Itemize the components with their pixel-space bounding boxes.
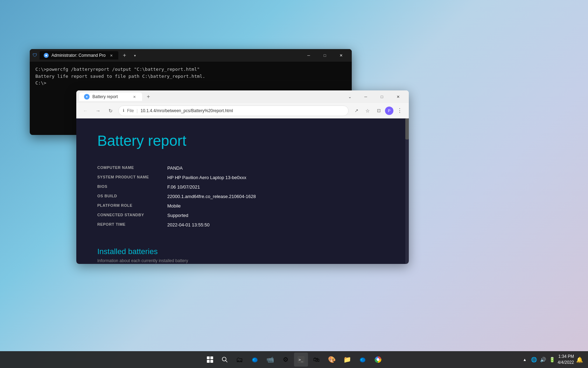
edge-browser-button[interactable]	[248, 353, 262, 367]
shield-icon: 🛡	[33, 53, 38, 58]
table-row: PLATFORM ROLE Mobile	[97, 201, 388, 211]
share-button[interactable]: ↗	[351, 106, 361, 116]
cmd-tab-title: Administrator: Command Pro	[51, 53, 106, 58]
browser-window: ● Battery report ✕ + ⌄ ─ □ ✕ ← → ↻ ℹ Fil…	[76, 90, 409, 264]
browser-titlebar: ● Battery report ✕ + ⌄ ─ □ ✕	[76, 90, 409, 103]
field-label-computer-name: COMPUTER NAME	[97, 163, 167, 173]
cmd-minimize-button[interactable]: ─	[301, 49, 317, 62]
cmd-tab-close-button[interactable]: ✕	[108, 53, 114, 58]
windows-logo-q1	[207, 356, 210, 359]
lock-icon: ℹ	[123, 108, 124, 113]
browser-nav: ← → ↻ ℹ File | 10.1.4.4/mro/between_pcs/…	[76, 103, 409, 118]
scrollbar-track[interactable]	[405, 118, 409, 264]
address-separator: |	[136, 108, 138, 113]
terminal-button[interactable]: >_	[294, 353, 308, 367]
profile-button[interactable]: P	[385, 107, 393, 115]
browser-content: Battery report COMPUTER NAME PANDA SYSTE…	[76, 118, 409, 264]
table-row: REPORT TIME 2022-04-01 13:55:50	[97, 220, 388, 230]
favorites-button[interactable]: ☆	[363, 106, 372, 116]
chrome-icon	[374, 356, 382, 363]
network-icon[interactable]: 🌐	[530, 355, 538, 364]
browser-titlebar-controls: ⌄ ─ □ ✕	[342, 90, 406, 103]
cmd-close-button[interactable]: ✕	[333, 49, 349, 62]
field-label-platform-role: PLATFORM ROLE	[97, 201, 167, 211]
cmd-maximize-button[interactable]: □	[317, 49, 333, 62]
report-info-table: COMPUTER NAME PANDA SYSTEM PRODUCT NAME …	[97, 163, 388, 230]
search-icon	[222, 356, 228, 363]
cmd-tab[interactable]: ■ Administrator: Command Pro ✕	[40, 51, 118, 60]
volume-icon[interactable]: 🔊	[539, 355, 547, 364]
split-view-button[interactable]: ⊡	[374, 106, 384, 116]
cmd-dropdown-button[interactable]: ▾	[131, 51, 139, 60]
start-button[interactable]	[203, 353, 217, 367]
settings-button[interactable]: ⚙	[279, 353, 293, 367]
field-value-os-build: 22000.1.amd64fre.co_release.210604-1628	[167, 192, 388, 201]
chrome-button[interactable]	[371, 353, 385, 367]
cmd-line-3: C:\>	[35, 80, 346, 87]
windows-logo-icon	[207, 356, 213, 363]
store-button[interactable]: 🛍	[309, 353, 323, 367]
tray-overflow-button[interactable]: ▲	[520, 355, 529, 364]
clock-time: 1:34 PM	[558, 354, 574, 360]
field-value-connected-standby: Supported	[167, 211, 388, 220]
table-row: OS BUILD 22000.1.amd64fre.co_release.210…	[97, 192, 388, 201]
browser-tab-title: Battery report	[92, 94, 129, 99]
back-button[interactable]: ←	[80, 106, 90, 116]
field-label-connected-standby: CONNECTED STANDBY	[97, 211, 167, 220]
cmd-tab-icon: ■	[44, 53, 49, 58]
field-value-computer-name: PANDA	[167, 163, 388, 173]
field-label-report-time: REPORT TIME	[97, 220, 167, 230]
edge-icon	[251, 356, 258, 363]
browser-tab-close-button[interactable]: ✕	[132, 94, 137, 100]
address-file-label: File	[127, 108, 134, 113]
cmd-titlebar: 🛡 ■ Administrator: Command Pro ✕ + ▾ ─ □…	[30, 49, 352, 62]
system-tray: ▲ 🌐 🔊 🔋	[520, 355, 556, 364]
menu-button[interactable]: ⋮	[395, 106, 405, 116]
desktop: 🛡 ■ Administrator: Command Pro ✕ + ▾ ─ □…	[0, 0, 588, 368]
files-button[interactable]: 📁	[340, 353, 354, 367]
installed-batteries-subtitle: Information about each currently install…	[97, 258, 388, 263]
paint-button[interactable]: 🎨	[325, 353, 339, 367]
browser-collapse-button[interactable]: ⌄	[342, 90, 358, 103]
cmd-new-tab-button[interactable]: +	[120, 50, 130, 60]
taskbar-right: ▲ 🌐 🔊 🔋 1:34 PM 4/4/2022 🔔	[520, 354, 588, 366]
report-title: Battery report	[97, 132, 388, 149]
field-value-bios: F.06 10/07/2021	[167, 182, 388, 192]
field-label-bios: BIOS	[97, 182, 167, 192]
cmd-titlebar-controls: ─ □ ✕	[301, 49, 349, 62]
clock-date: 4/4/2022	[558, 360, 574, 366]
browser-tab-active[interactable]: ● Battery report ✕	[79, 93, 142, 101]
notification-button[interactable]: 🔔	[575, 355, 584, 364]
taskbar-center: 🗂 📹 ⚙ >_ 🛍 🎨	[203, 353, 385, 367]
edge2-icon	[359, 356, 366, 363]
cmd-line-2: Battery life report saved to file path C…	[35, 73, 346, 80]
browser-favicon: ●	[84, 94, 90, 100]
browser-new-tab-button[interactable]: +	[144, 92, 153, 102]
browser-minimize-button[interactable]: ─	[358, 90, 374, 103]
file-explorer-button[interactable]: 🗂	[232, 353, 246, 367]
svg-point-0	[222, 357, 226, 361]
forward-button[interactable]: →	[93, 106, 103, 116]
teams-button[interactable]: 📹	[263, 353, 277, 367]
edge2-button[interactable]	[356, 353, 370, 367]
address-bar[interactable]: ℹ File | 10.1.4.4/mro/between_pcs/Batter…	[118, 105, 349, 116]
scrollbar-thumb[interactable]	[405, 118, 409, 139]
svg-text:>_: >_	[299, 357, 303, 362]
browser-close-button[interactable]: ✕	[390, 90, 406, 103]
windows-logo-q3	[207, 360, 210, 363]
field-label-os-build: OS BUILD	[97, 192, 167, 201]
cmd-content: C:\>powercfg /batteryreport /output "C:\…	[30, 62, 352, 91]
refresh-button[interactable]: ↻	[106, 106, 115, 116]
battery-icon[interactable]: 🔋	[548, 355, 556, 364]
windows-logo-q2	[210, 356, 213, 359]
search-button[interactable]	[218, 353, 231, 366]
browser-maximize-button[interactable]: □	[374, 90, 390, 103]
table-row: SYSTEM PRODUCT NAME HP HP Pavilion Aero …	[97, 173, 388, 182]
table-row: CONNECTED STANDBY Supported	[97, 211, 388, 220]
taskbar: 🗂 📹 ⚙ >_ 🛍 🎨	[0, 351, 588, 368]
installed-batteries-section: Installed batteries Information about ea…	[97, 247, 388, 264]
field-label-system-product-name: SYSTEM PRODUCT NAME	[97, 173, 167, 182]
clock[interactable]: 1:34 PM 4/4/2022	[558, 354, 574, 366]
browser-right-buttons: ↗ ☆ ⊡ P ⋮	[351, 106, 405, 116]
table-row: BIOS F.06 10/07/2021	[97, 182, 388, 192]
